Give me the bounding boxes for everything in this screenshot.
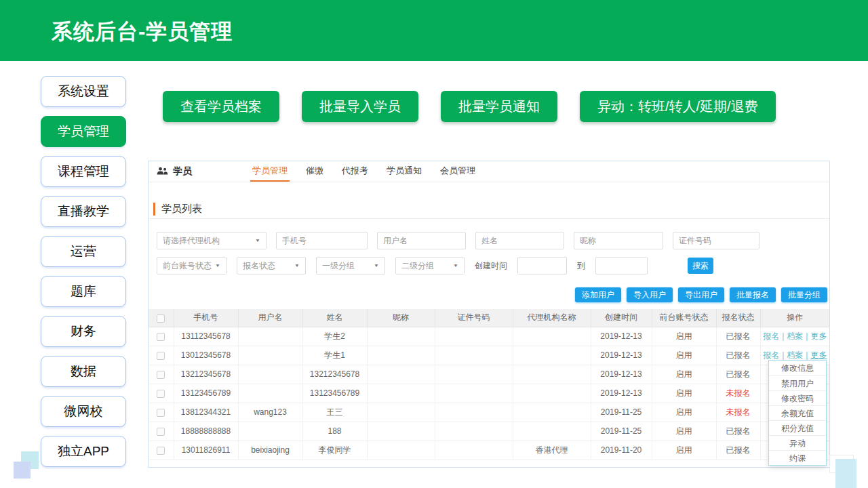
- phone-filter-input[interactable]: [276, 232, 368, 249]
- sidebar-item-course-management[interactable]: 课程管理: [41, 156, 126, 187]
- tab-student-notice[interactable]: 学员通知: [384, 161, 424, 182]
- op-file-link[interactable]: 档案: [787, 331, 803, 341]
- op-separator: |: [806, 350, 808, 360]
- batch-import-students-button[interactable]: 批量导入学员: [302, 91, 418, 122]
- cell-name: 13123456789: [302, 384, 367, 403]
- row-select-cell: [149, 327, 174, 346]
- cell-enroll-status: 已报名: [716, 327, 760, 346]
- row-checkbox[interactable]: [157, 390, 165, 398]
- view-student-files-button[interactable]: 查看学员档案: [163, 91, 279, 122]
- cell-id-number: [435, 422, 513, 441]
- created-time-label: 创建时间: [475, 260, 507, 272]
- tab-payment-reminder[interactable]: 催缴: [304, 161, 326, 182]
- cell-enroll-status: 已报名: [716, 346, 760, 365]
- row-checkbox[interactable]: [157, 447, 165, 455]
- row-checkbox[interactable]: [157, 409, 165, 417]
- sidebar-item-data[interactable]: 数据: [41, 356, 126, 387]
- context-menu-item[interactable]: 修改密码: [769, 390, 826, 405]
- op-separator: |: [806, 331, 808, 341]
- username-filter-input[interactable]: [377, 232, 466, 249]
- chevron-down-icon: ▼: [255, 238, 260, 243]
- batch-group-button[interactable]: 批量分组: [781, 287, 827, 302]
- row-checkbox[interactable]: [157, 371, 165, 379]
- sidebar-item-finance[interactable]: 财务: [41, 316, 126, 347]
- sidebar-item-question-bank[interactable]: 题库: [41, 276, 126, 307]
- group-level1-select[interactable]: 一级分组▼: [316, 257, 385, 274]
- tab-proxy-exam-registration[interactable]: 代报考: [340, 161, 370, 182]
- sidebar-item-student-management[interactable]: 学员管理: [41, 116, 126, 147]
- cell-nickname: [367, 327, 435, 346]
- table-row: 13123456789131234567892019-12-13启用未报名: [149, 384, 829, 403]
- search-button[interactable]: 搜索: [688, 258, 713, 274]
- to-label: 到: [577, 260, 585, 272]
- cell-operations: 报名|档案|更多: [760, 327, 829, 346]
- add-user-button[interactable]: 添加用户: [575, 287, 621, 302]
- cell-enroll-status: 未报名: [716, 384, 760, 403]
- row-checkbox[interactable]: [157, 352, 165, 360]
- created-end-date-input[interactable]: [595, 257, 648, 274]
- op-enroll-link[interactable]: 报名: [763, 350, 779, 360]
- sidebar-item-micro-school[interactable]: 微网校: [41, 396, 126, 427]
- export-users-button[interactable]: 导出用户: [678, 287, 724, 302]
- row-checkbox[interactable]: [157, 333, 165, 341]
- op-enroll-link[interactable]: 报名: [763, 331, 779, 341]
- sidebar-item-operations[interactable]: 运营: [41, 236, 126, 267]
- op-file-link[interactable]: 档案: [787, 350, 803, 360]
- cell-account-status: 启用: [652, 327, 716, 346]
- students-group-icon: [157, 167, 168, 176]
- row-context-menu: 修改信息禁用用户修改密码余额充值积分充值异动约课: [768, 360, 827, 466]
- cell-account-status: 启用: [652, 441, 716, 460]
- cell-enroll-status: 已报名: [716, 441, 760, 460]
- cell-phone: 13012345678: [174, 346, 238, 365]
- cell-id-number: [435, 441, 513, 460]
- account-status-select[interactable]: 前台账号状态▼: [157, 257, 226, 274]
- section-title: 学员列表: [161, 203, 202, 216]
- agency-select[interactable]: 请选择代理机构▼: [157, 232, 267, 249]
- table-row: 13012345678学生12019-12-13启用已报名报名|档案|更多: [149, 346, 829, 365]
- account-status-select-value: 前台账号状态: [163, 260, 212, 272]
- table-header: 用户名: [238, 309, 302, 327]
- table-header: 证件号码: [435, 309, 513, 327]
- cell-username: [238, 384, 302, 403]
- table-header: 手机号: [174, 309, 238, 327]
- created-start-date-input[interactable]: [517, 257, 567, 274]
- change-transfer-delay-refund-button[interactable]: 异动：转班/转人/延期/退费: [580, 91, 776, 122]
- cell-created: 2019-12-13: [591, 346, 652, 365]
- table-header: 报名状态: [716, 309, 760, 327]
- import-users-button[interactable]: 导入用户: [627, 287, 673, 302]
- module-label-group: 学员: [149, 161, 250, 182]
- cell-created: 2019-12-13: [591, 327, 652, 346]
- context-menu-item[interactable]: 约课: [769, 450, 826, 465]
- cell-enroll-status: 已报名: [716, 422, 760, 441]
- context-menu-item[interactable]: 积分充值: [769, 420, 826, 435]
- context-menu-item[interactable]: 异动: [769, 435, 826, 450]
- name-filter-input[interactable]: [475, 232, 564, 249]
- cell-phone: 13812344321: [174, 403, 238, 422]
- group-level2-select[interactable]: 二级分组▼: [395, 257, 465, 274]
- context-menu-item[interactable]: 禁用用户: [769, 375, 826, 390]
- batch-student-notify-button[interactable]: 批量学员通知: [441, 91, 557, 122]
- cell-enroll-status: 已报名: [716, 365, 760, 384]
- group-level1-select-value: 一级分组: [322, 260, 355, 272]
- sidebar-item-system-settings[interactable]: 系统设置: [41, 76, 126, 107]
- row-checkbox[interactable]: [157, 428, 165, 436]
- sidebar-item-standalone-app[interactable]: 独立APP: [41, 436, 126, 467]
- sidebar: 系统设置学员管理课程管理直播教学运营题库财务数据微网校独立APP: [41, 76, 126, 476]
- batch-enroll-button[interactable]: 批量报名: [730, 287, 776, 302]
- cell-created: 2019-11-25: [591, 403, 652, 422]
- op-more-link[interactable]: 更多: [810, 350, 827, 360]
- context-menu-item[interactable]: 修改信息: [769, 361, 826, 375]
- context-menu-item[interactable]: 余额充值: [769, 405, 826, 420]
- students-table-wrap: 手机号用户名姓名昵称证件号码代理机构名称创建时间前台账号状态报名状态操作 131…: [149, 309, 829, 460]
- row-select-cell: [149, 346, 174, 365]
- row-select-cell: [149, 384, 174, 403]
- nickname-filter-input[interactable]: [574, 232, 663, 249]
- select-all-checkbox[interactable]: [157, 314, 165, 323]
- tab-member-management[interactable]: 会员管理: [438, 161, 477, 182]
- op-more-link[interactable]: 更多: [810, 331, 827, 341]
- tab-student-management[interactable]: 学员管理: [250, 161, 290, 182]
- enroll-status-select[interactable]: 报名状态▼: [237, 257, 306, 274]
- idnumber-filter-input[interactable]: [673, 232, 760, 249]
- sidebar-item-live-teaching[interactable]: 直播教学: [41, 196, 126, 227]
- cell-name: 学生1: [302, 346, 367, 365]
